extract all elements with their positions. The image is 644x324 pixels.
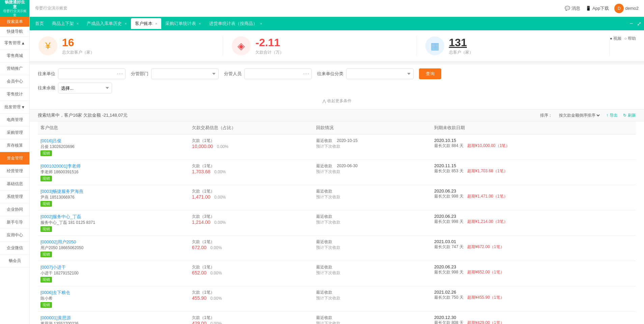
owe-amount-label: 欠款合计（万） <box>255 50 284 55</box>
overdue-amount-0[interactable]: 超期¥10,000.00（1笔） <box>467 143 510 148</box>
tabs-collapse-button[interactable]: − <box>628 20 634 28</box>
customer-name-6[interactable]: [0006]去下粮仓 <box>40 290 187 296</box>
overdue-amount-6[interactable]: 超期¥455.90（1笔） <box>467 295 504 300</box>
customer-name-3[interactable]: [0002]服务中心_丁磊 <box>40 214 187 220</box>
owe-count-5: 欠款（1笔） <box>192 264 311 270</box>
owe-customers-value: 16 <box>62 36 94 49</box>
sidebar-item-purchase-mgmt[interactable]: 采购管理 <box>0 126 29 139</box>
next-collect-0: 预计下次收款 <box>316 144 429 149</box>
overdue-amount-5[interactable]: 超期¥652.00（1笔） <box>467 270 504 274</box>
overdue-amount-1[interactable]: 超期¥1,703.68（1笔） <box>467 169 508 173</box>
export-button[interactable]: ↑ 导出 <box>606 113 618 118</box>
sidebar-item-retail-store[interactable]: 零售商城 <box>0 50 29 62</box>
sidebar-item-retail-mgmt[interactable]: 零售管理 ▲ <box>0 37 29 50</box>
tab-purchase-stats[interactable]: 采购订单统计表 × <box>161 18 205 29</box>
app-label: App下载 <box>592 5 609 11</box>
owe-pct-0: 0.00% <box>217 144 228 149</box>
next-collect-7: 预计下次收款 <box>316 321 429 324</box>
customer-name-2[interactable]: [0003]畅捷服务尹海燕 <box>40 188 187 195</box>
source-unit-input[interactable] <box>58 68 125 79</box>
overdue-amount-7[interactable]: 超期¥429.00（1笔） <box>467 320 504 324</box>
stat-owe-amount: ◈ -2.11 欠款合计（万） <box>223 36 416 56</box>
tab-product-history-close[interactable]: × <box>124 22 127 26</box>
tab-products-off-close[interactable]: × <box>77 22 79 26</box>
owe-count-7: 欠款（1笔） <box>192 315 311 321</box>
customer-name-0[interactable]: [0016]吕俊 <box>40 138 187 144</box>
tab-home[interactable]: 首页 <box>31 18 48 29</box>
sidebar-item-sys-mgmt[interactable]: 系统管理 <box>0 190 29 203</box>
tab-import-stats-close[interactable]: × <box>260 22 262 26</box>
sidebar-item-corp-wechat[interactable]: 企业微信 <box>0 242 29 255</box>
overdue-amount-2[interactable]: 超期¥1,471.00（1笔） <box>467 194 508 199</box>
customer-name-1[interactable]: [0001020001]李老师 <box>40 163 187 169</box>
filter-row-1: 往来单位 ··· 分管部门 分管人员 ··· <box>38 68 636 79</box>
cell-owe-info-5: 欠款（1笔） 652.00 0.00% <box>189 261 313 286</box>
sidebar-item-basic-info[interactable]: 基础信息 <box>0 178 29 190</box>
next-collect-1: 预计下次收款 <box>316 169 429 175</box>
sidebar-item-member-vip[interactable]: 畅会员 <box>0 255 29 267</box>
filter-section: 往来单位 ··· 分管部门 分管人员 ··· <box>30 64 644 110</box>
filter-row-2: 往来余额 选择... <box>38 83 636 93</box>
owe-count-3: 欠款（3笔） <box>192 214 311 219</box>
overdue-amount-4[interactable]: 超期¥672.00（1笔） <box>467 244 504 249</box>
message-button[interactable]: 💬 消息 <box>565 5 580 11</box>
overdue-info-2: 最长欠款 998 天 超期¥1,471.00（1笔） <box>434 194 633 199</box>
help-button[interactable]: ○ 帮助 <box>624 36 636 41</box>
app-download-button[interactable]: 📱 App下载 <box>586 5 609 11</box>
tab-customer-account-close[interactable]: × <box>155 22 157 26</box>
video-button[interactable]: ● 视频 <box>610 36 622 41</box>
collapse-button[interactable]: ⋀ 收起更多条件 <box>38 97 636 105</box>
sidebar-item-finance[interactable]: 资金管理 <box>0 152 29 165</box>
tab-products-off[interactable]: 商品上下架 × <box>48 18 83 29</box>
overdue-amount-3[interactable]: 超期¥1,214.00（3笔） <box>467 219 508 224</box>
unit-category-select[interactable] <box>346 68 414 79</box>
customer-name-5[interactable]: [0007]小进干 <box>40 264 187 270</box>
stats-bar: ¥ 16 总欠款客户（家） ◈ -2.11 欠款合计（万） ▦ <box>30 30 644 62</box>
source-unit-dots[interactable]: ··· <box>117 71 123 77</box>
sidebar-item-enterprise[interactable]: 企业协同 <box>0 203 29 216</box>
person-input[interactable] <box>244 68 312 79</box>
company-name: 母婴行业演示账套 <box>35 5 67 11</box>
customer-name-7[interactable]: [000001]黄思源 <box>40 315 187 321</box>
message-label: 消息 <box>571 5 580 11</box>
overdue-days-4: 最长欠款 747 天 <box>434 244 464 249</box>
sidebar-item-marketing[interactable]: 营销推广 <box>0 62 29 75</box>
col-collect-status: 回款情况 <box>313 121 431 135</box>
sidebar-item-retail-stats[interactable]: 零售统计 <box>0 88 29 101</box>
person-dots[interactable]: ··· <box>303 71 310 77</box>
sidebar-item-app-center[interactable]: 应用中心 <box>0 229 29 242</box>
building-icon: ▦ <box>425 36 444 55</box>
owe-count-2: 欠款（1笔） <box>192 188 311 194</box>
sidebar-item-member-center[interactable]: 会员中心 <box>0 75 29 88</box>
due-date-7: 2020.12.30 <box>434 315 633 320</box>
refresh-button[interactable]: ↻ 刷新 <box>623 113 636 118</box>
tab-purchase-stats-label: 采购订单统计表 <box>165 21 196 27</box>
sidebar-item-new-guide[interactable]: 新手引导 <box>0 216 29 229</box>
customer-name-4[interactable]: [000002]用户2050 <box>40 239 187 245</box>
unit-category-label: 往来单位分类 <box>317 71 343 77</box>
cell-due-date-5: 2020.06.23 最长欠款 998 天 超期¥652.00（1笔） <box>431 261 636 286</box>
user-avatar-button[interactable]: D demo2 <box>614 4 639 13</box>
cell-collect-status-6: 最近收款 预计下次收款 <box>313 286 431 312</box>
overdue-info-4: 最长欠款 747 天 超期¥672.00（1笔） <box>434 244 633 250</box>
dept-select[interactable] <box>151 68 219 79</box>
sort-select[interactable]: 按欠款金额倒序排序 <box>558 113 601 118</box>
sidebar-search-button[interactable]: 搜索菜单 <box>0 17 29 27</box>
export-icon: ↑ <box>606 113 608 118</box>
search-button[interactable]: 查询 <box>419 68 441 79</box>
sidebar-item-batch-mgmt[interactable]: 批发管理 ▼ <box>0 101 29 114</box>
sidebar-item-inventory[interactable]: 库存核算 <box>0 139 29 152</box>
cell-collect-status-2: 最近收款 预计下次收款 <box>313 185 431 210</box>
tab-product-history[interactable]: 产成品入库单历史 × <box>83 18 131 29</box>
tab-purchase-stats-close[interactable]: × <box>199 22 201 26</box>
customer-tag-3: 现销 <box>40 226 52 232</box>
owe-amount-5: 652.00 <box>192 270 206 275</box>
sidebar-item-ecommerce[interactable]: 电商管理 <box>0 114 29 126</box>
cell-collect-status-4: 最近收款 预计下次收款 <box>313 236 431 261</box>
tab-customer-account[interactable]: 客户账本 × <box>131 18 161 29</box>
tabs-expand-button[interactable]: ⤢ <box>636 20 643 28</box>
sidebar-item-biz-mgmt[interactable]: 经营管理 <box>0 165 29 178</box>
due-date-5: 2020.06.23 <box>434 264 633 269</box>
balance-select[interactable]: 选择... <box>58 83 112 93</box>
tab-import-stats[interactable]: 进货单统计表（按商品） × <box>205 18 266 29</box>
